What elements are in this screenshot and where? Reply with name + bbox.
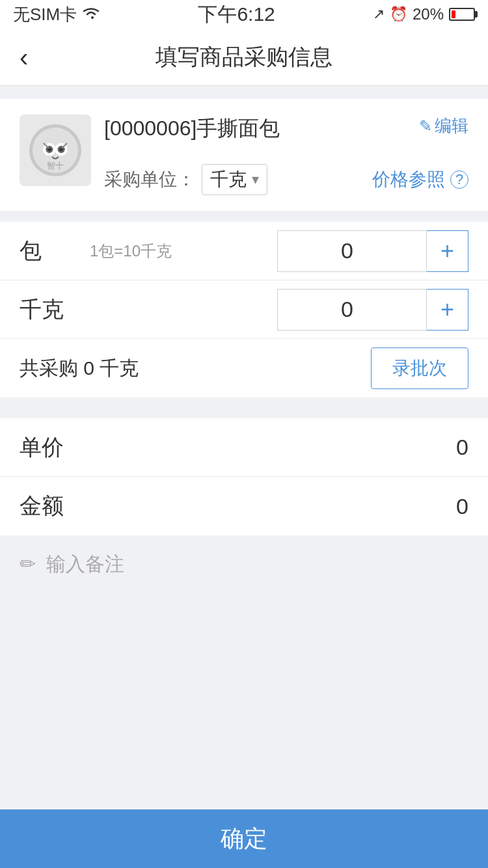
battery-percent: 20% bbox=[413, 5, 444, 23]
bag-sublabel: 1包=10千克 bbox=[90, 241, 172, 262]
remark-section[interactable]: ✏ 输入备注 bbox=[0, 536, 488, 614]
bag-label: 包 bbox=[20, 236, 85, 266]
amount-value: 0 bbox=[456, 494, 468, 519]
confirm-button[interactable]: 确定 bbox=[0, 809, 488, 868]
alarm-icon: ⏰ bbox=[390, 6, 407, 23]
edit-button[interactable]: ✎ 编辑 bbox=[419, 115, 468, 137]
record-batch-button[interactable]: 录批次 bbox=[371, 347, 468, 389]
kg-plus-button[interactable]: + bbox=[427, 289, 468, 331]
time-display: 下午6:12 bbox=[198, 1, 275, 28]
location-icon: ↗ bbox=[373, 6, 385, 23]
kg-label: 千克 bbox=[20, 295, 85, 325]
product-info: [0000006]手撕面包 ✎ 编辑 采购单位： 千克 ▾ 价格参照 ? bbox=[104, 115, 468, 195]
owl-logo: 智十 bbox=[33, 128, 78, 173]
svg-text:智十: 智十 bbox=[47, 161, 64, 170]
bag-input-right: + bbox=[277, 230, 468, 272]
status-bar: 无SIM卡 下午6:12 ↗ ⏰ 20% bbox=[0, 0, 488, 29]
total-purchase-text: 共采购 0 千克 bbox=[20, 355, 139, 382]
bottom-spacer bbox=[0, 614, 488, 809]
divider-2 bbox=[0, 398, 488, 408]
dropdown-arrow-icon: ▾ bbox=[252, 171, 259, 188]
remark-placeholder: 输入备注 bbox=[46, 551, 124, 578]
nav-bar: ‹ 填写商品采购信息 bbox=[0, 29, 488, 86]
kg-input-row: 千克 + bbox=[0, 280, 488, 339]
wifi-icon bbox=[82, 5, 100, 25]
kg-input-right: + bbox=[277, 289, 468, 331]
pencil-icon: ✏ bbox=[20, 552, 36, 575]
page-title: 填写商品采购信息 bbox=[156, 42, 332, 72]
confirm-button-label: 确定 bbox=[221, 823, 267, 855]
product-image: 智十 bbox=[20, 115, 91, 186]
back-button[interactable]: ‹ bbox=[20, 44, 28, 70]
price-info-section: 单价 0 金额 0 bbox=[0, 418, 488, 536]
battery-fill bbox=[452, 10, 455, 18]
unit-label: 采购单位： bbox=[104, 167, 195, 192]
unit-price-value: 0 bbox=[456, 435, 468, 460]
product-thumbnail: 智十 bbox=[29, 124, 81, 176]
bag-plus-button[interactable]: + bbox=[427, 230, 468, 272]
divider-1 bbox=[0, 211, 488, 222]
bag-input-row: 包 1包=10千克 + bbox=[0, 222, 488, 280]
status-right: ↗ ⏰ 20% bbox=[373, 5, 475, 23]
product-unit-row: 采购单位： 千克 ▾ 价格参照 ? bbox=[104, 164, 468, 195]
unit-price-label: 单价 bbox=[20, 433, 64, 463]
price-ref-label: 价格参照 bbox=[372, 167, 445, 192]
kg-quantity-input[interactable] bbox=[277, 289, 427, 331]
unit-price-row: 单价 0 bbox=[0, 418, 488, 477]
unit-value: 千克 bbox=[210, 167, 247, 192]
amount-label: 金额 bbox=[20, 491, 64, 521]
status-left: 无SIM卡 bbox=[13, 3, 100, 26]
input-section: 包 1包=10千克 + 千克 + 共采购 0 千克 录批次 bbox=[0, 222, 488, 398]
amount-row: 金额 0 bbox=[0, 477, 488, 536]
price-ref-help-icon: ? bbox=[450, 170, 468, 189]
unit-selector: 采购单位： 千克 ▾ bbox=[104, 164, 267, 195]
price-ref-button[interactable]: 价格参照 ? bbox=[372, 167, 468, 192]
carrier-label: 无SIM卡 bbox=[13, 3, 77, 26]
product-card: 智十 [0000006]手撕面包 ✎ 编辑 采购单位： 千克 ▾ 价格参照 bbox=[0, 99, 488, 211]
summary-row: 共采购 0 千克 录批次 bbox=[0, 339, 488, 398]
battery-icon bbox=[449, 8, 475, 21]
product-name: [0000006]手撕面包 bbox=[104, 115, 280, 143]
bag-quantity-input[interactable] bbox=[277, 230, 427, 272]
edit-icon: ✎ bbox=[419, 117, 432, 135]
unit-dropdown[interactable]: 千克 ▾ bbox=[202, 164, 267, 195]
